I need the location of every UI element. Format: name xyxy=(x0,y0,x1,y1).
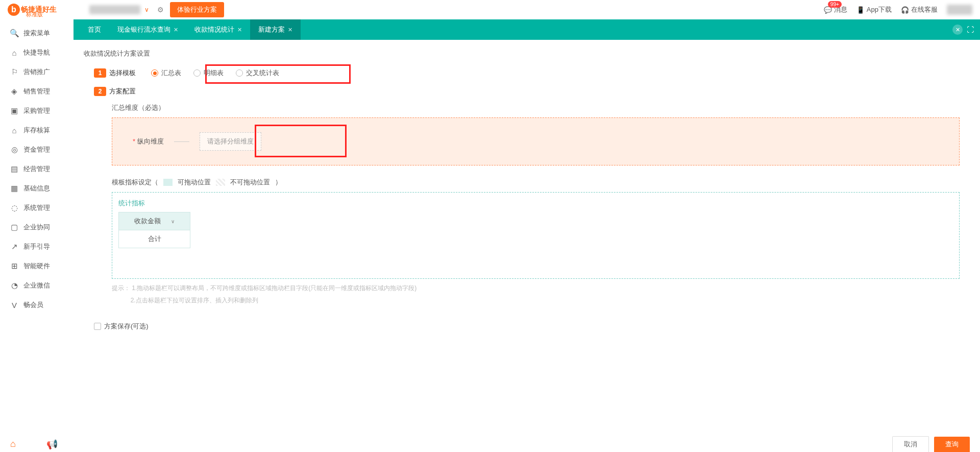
tab-label: 现金银行流水查询 xyxy=(117,25,170,34)
content-area: 收款情况统计方案设置 1 选择模板 汇总表明细表交叉统计表 2 方案配置 汇总维… xyxy=(74,40,980,452)
sidebar: 🔍搜索菜单⌂快捷导航⚐营销推广◈销售管理▣采购管理⌂库存核算◎资金管理▤经营管理… xyxy=(0,19,74,452)
sidebar-label: 系统管理 xyxy=(23,203,50,212)
step-2-row: 2 方案配置 xyxy=(94,87,970,96)
cancel-button[interactable]: 取消 xyxy=(892,436,929,452)
radio-0[interactable]: 汇总表 xyxy=(151,68,181,78)
chevron-down-icon[interactable]: ∨ xyxy=(144,6,149,13)
tab-label: 收款情况统计 xyxy=(194,25,234,34)
dimension-area: * 纵向维度 请选择分组维度 xyxy=(112,117,960,165)
sidebar-item-3[interactable]: ◈销售管理 xyxy=(0,82,74,101)
step-1-number: 1 xyxy=(94,68,106,78)
tab-bar-actions: ✕ ⛶ xyxy=(952,25,980,35)
step-1-label: 选择模板 xyxy=(109,68,136,78)
radio-label: 汇总表 xyxy=(161,68,181,78)
logo-sub: 标准版 xyxy=(26,11,43,18)
company-name-blurred xyxy=(89,5,140,14)
vertical-dimension-label: * 纵向维度 xyxy=(133,137,164,146)
sidebar-label: 基础信息 xyxy=(23,184,50,193)
step-1-row: 1 选择模板 汇总表明细表交叉统计表 xyxy=(94,68,970,78)
legend-nondraggable-icon xyxy=(216,179,225,186)
tab-3[interactable]: 新建方案✕ xyxy=(250,19,301,40)
sidebar-item-0[interactable]: 🔍搜索菜单 xyxy=(0,23,74,43)
save-scheme-row[interactable]: 方案保存(可选) xyxy=(94,322,970,331)
sidebar-label: 新手引导 xyxy=(23,242,50,251)
save-checkbox[interactable] xyxy=(94,323,101,330)
config-section: 汇总维度（必选） * 纵向维度 请选择分组维度 模板指标设定（ 可拖动位置 不可… xyxy=(112,103,960,306)
tab-close-icon[interactable]: ✕ xyxy=(174,27,178,33)
sidebar-item-1[interactable]: ⌂快捷导航 xyxy=(0,43,74,62)
tips-area: 提示： 1.拖动标题栏可以调整布局，不可跨维度或指标区域拖动栏目字段(只能在同一… xyxy=(112,282,960,306)
radio-icon xyxy=(193,69,201,77)
sidebar-icon: ⌂ xyxy=(10,49,18,57)
user-avatar-blurred[interactable] xyxy=(947,5,972,15)
main-area: 首页现金银行流水查询✕收款情况统计✕新建方案✕ ✕ ⛶ 收款情况统计方案设置 1… xyxy=(74,19,980,452)
sidebar-item-11[interactable]: ↗新手引导 xyxy=(0,237,74,256)
sidebar-item-4[interactable]: ▣采购管理 xyxy=(0,101,74,121)
sidebar-icon: ▢ xyxy=(10,223,18,231)
home-icon[interactable]: ⌂ xyxy=(10,439,16,450)
indicator-table: 收款金额 ∨ 合计 xyxy=(118,212,190,248)
sidebar-label: 畅会员 xyxy=(23,300,43,310)
tab-label: 新建方案 xyxy=(258,25,285,34)
gear-icon[interactable]: ⚙ xyxy=(157,6,164,14)
sidebar-icon: ▦ xyxy=(10,184,18,193)
radio-label: 交叉统计表 xyxy=(246,68,279,78)
sidebar-item-12[interactable]: ⊞智能硬件 xyxy=(0,256,74,276)
step-2-label: 方案配置 xyxy=(109,87,136,96)
sidebar-item-8[interactable]: ▦基础信息 xyxy=(0,179,74,198)
sidebar-label: 企业协同 xyxy=(23,223,50,232)
sidebar-icon: ◔ xyxy=(10,281,18,290)
sidebar-item-10[interactable]: ▢企业协同 xyxy=(0,218,74,237)
required-star: * xyxy=(133,137,137,145)
indicator-total-cell[interactable]: 合计 xyxy=(119,230,190,248)
sidebar-label: 销售管理 xyxy=(23,87,50,96)
close-all-tabs-icon[interactable]: ✕ xyxy=(952,25,963,35)
sidebar-item-6[interactable]: ◎资金管理 xyxy=(0,140,74,159)
sidebar-item-13[interactable]: ◔企业微信 xyxy=(0,276,74,295)
speaker-icon[interactable]: 📢 xyxy=(46,439,58,450)
sidebar-item-7[interactable]: ▤经营管理 xyxy=(0,159,74,179)
messages-link[interactable]: 💬 消息 99+ xyxy=(824,5,847,14)
sidebar-icon: ◈ xyxy=(10,87,18,96)
step-2-number: 2 xyxy=(94,87,106,96)
sidebar-icon: ◎ xyxy=(10,146,18,154)
sidebar-icon: ▣ xyxy=(10,107,18,115)
tab-1[interactable]: 现金银行流水查询✕ xyxy=(109,19,186,40)
sidebar-item-5[interactable]: ⌂库存核算 xyxy=(0,121,74,140)
indicator-panel-title: 统计指标 xyxy=(118,199,953,208)
trial-button[interactable]: 体验行业方案 xyxy=(170,2,224,17)
sidebar-label: 搜索菜单 xyxy=(23,29,50,38)
sidebar-label: 经营管理 xyxy=(23,164,50,174)
radio-2[interactable]: 交叉统计表 xyxy=(236,68,279,78)
online-service-link[interactable]: 🎧 在线客服 xyxy=(901,5,938,14)
tab-0[interactable]: 首页 xyxy=(80,19,109,40)
tab-bar: 首页现金银行流水查询✕收款情况统计✕新建方案✕ ✕ ⛶ xyxy=(74,19,980,40)
sidebar-icon: V xyxy=(10,301,18,309)
sidebar-item-2[interactable]: ⚐营销推广 xyxy=(0,62,74,82)
sidebar-item-14[interactable]: V畅会员 xyxy=(0,295,74,315)
dimension-title: 汇总维度（必选） xyxy=(112,103,960,112)
indicator-legend: 模板指标设定（ 可拖动位置 不可拖动位置 ） xyxy=(112,178,960,187)
fullscreen-icon[interactable]: ⛶ xyxy=(967,26,974,34)
message-badge: 99+ xyxy=(828,1,842,8)
company-selector[interactable]: ∨ ⚙ xyxy=(89,5,164,14)
sidebar-label: 快捷导航 xyxy=(23,48,50,57)
save-label: 方案保存(可选) xyxy=(104,322,149,331)
sidebar-item-9[interactable]: ◌系统管理 xyxy=(0,198,74,218)
tab-close-icon[interactable]: ✕ xyxy=(288,27,292,33)
logo-icon: b xyxy=(8,4,20,16)
query-button[interactable]: 查询 xyxy=(934,437,970,452)
tab-close-icon[interactable]: ✕ xyxy=(237,27,242,33)
template-radio-group: 汇总表明细表交叉统计表 xyxy=(151,68,279,78)
dimension-input[interactable]: 请选择分组维度 xyxy=(200,132,261,151)
app-download-link[interactable]: 📱 App下载 xyxy=(856,5,892,14)
connector-line xyxy=(174,141,189,142)
legend-draggable-icon xyxy=(163,179,173,186)
radio-1[interactable]: 明细表 xyxy=(193,68,224,78)
sidebar-icon: ↗ xyxy=(10,243,18,251)
page-title: 收款情况统计方案设置 xyxy=(84,49,970,58)
tab-label: 首页 xyxy=(88,25,101,34)
sidebar-icon: ⊞ xyxy=(10,262,18,270)
tab-2[interactable]: 收款情况统计✕ xyxy=(186,19,250,40)
indicator-amount-cell[interactable]: 收款金额 ∨ xyxy=(119,212,190,230)
